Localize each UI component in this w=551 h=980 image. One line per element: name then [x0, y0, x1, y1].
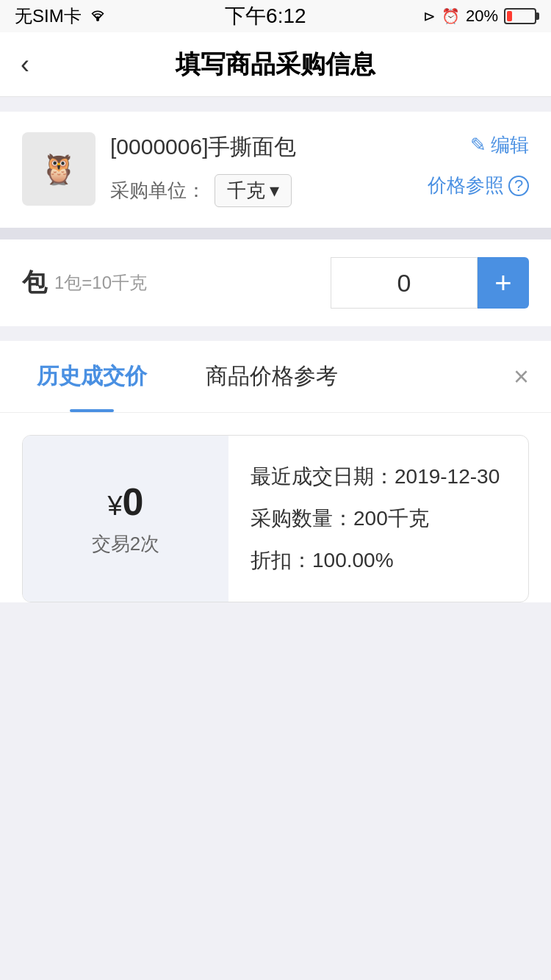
- quantity-unit: 包: [22, 266, 47, 300]
- edit-label: 编辑: [491, 132, 529, 158]
- history-price-panel: ¥0 交易2次: [23, 436, 228, 602]
- svg-point-0: [96, 18, 99, 21]
- unit-conversion: 1包=10千克: [54, 271, 147, 295]
- alarm-icon: ⏰: [442, 7, 460, 25]
- product-header: 🦉 [0000006]手撕面包 采购单位： 千克 ▾ ✎ 编辑 价格参照: [22, 132, 529, 207]
- tab-history-price[interactable]: 历史成交价: [22, 341, 162, 412]
- quantity-input[interactable]: [331, 257, 478, 309]
- history-details-panel: 最近成交日期：2019-12-30 采购数量：200千克 折扣：100.00%: [228, 436, 528, 602]
- purchase-unit-label: 采购单位：: [110, 178, 206, 203]
- back-button[interactable]: ‹: [21, 49, 29, 80]
- history-quantity-label: 采购数量：: [251, 507, 353, 530]
- location-icon: ⊳: [423, 7, 436, 25]
- price-ref-button[interactable]: 价格参照 ?: [428, 173, 529, 198]
- product-info: 🦉 [0000006]手撕面包 采购单位： 千克 ▾: [22, 132, 296, 207]
- tab-section: 历史成交价 商品价格参考 × ¥0 交易2次 最近成交日期：2019-12-30…: [0, 341, 551, 602]
- status-bar-right: ⊳ ⏰ 20%: [423, 7, 536, 26]
- product-unit-row: 采购单位： 千克 ▾: [110, 174, 296, 207]
- product-name: [0000006]手撕面包: [110, 132, 296, 162]
- history-date-value: 2019-12-30: [395, 465, 500, 488]
- history-quantity-row: 采购数量：200千克: [251, 504, 506, 533]
- nav-bar: ‹ 填写商品采购信息: [0, 32, 551, 97]
- history-quantity-value: 200千克: [353, 507, 429, 530]
- page-title: 填写商品采购信息: [176, 48, 375, 82]
- unit-value: 千克: [227, 178, 265, 203]
- chevron-down-icon: ▾: [270, 179, 279, 202]
- currency-symbol: ¥: [108, 491, 123, 521]
- quantity-plus-button[interactable]: +: [478, 257, 529, 309]
- price-ref-label: 价格参照: [428, 173, 504, 198]
- status-bar-left: 无SIM卡: [15, 4, 108, 28]
- product-thumbnail: 🦉: [22, 132, 96, 206]
- product-image-icon: 🦉: [40, 152, 77, 187]
- main-content: [0, 624, 551, 980]
- battery-percent: 20%: [466, 7, 498, 26]
- tab-close-button[interactable]: ×: [514, 361, 529, 392]
- wifi-icon: [87, 6, 108, 26]
- carrier-text: 无SIM卡: [15, 4, 82, 28]
- product-details: [0000006]手撕面包 采购单位： 千克 ▾: [110, 132, 296, 207]
- tab-price-reference[interactable]: 商品价格参考: [191, 341, 353, 412]
- history-trades-count: 交易2次: [92, 531, 159, 557]
- history-price-value: ¥0: [108, 480, 144, 524]
- status-bar-time: 下午6:12: [225, 2, 306, 30]
- battery-fill: [507, 11, 512, 21]
- product-card: 🦉 [0000006]手撕面包 采购单位： 千克 ▾ ✎ 编辑 价格参照: [0, 112, 551, 228]
- unit-selector[interactable]: 千克 ▾: [215, 174, 292, 207]
- history-date-label: 最近成交日期：: [251, 465, 395, 488]
- history-discount-value: 100.00%: [312, 549, 394, 572]
- battery-indicator: [504, 8, 536, 24]
- quantity-row: 包 1包=10千克 +: [0, 239, 551, 326]
- help-icon: ?: [508, 176, 529, 196]
- status-bar: 无SIM卡 下午6:12 ⊳ ⏰ 20%: [0, 0, 551, 32]
- history-discount-row: 折扣：100.00%: [251, 546, 506, 574]
- edit-button[interactable]: ✎ 编辑: [470, 132, 529, 158]
- history-discount-label: 折扣：: [251, 549, 312, 572]
- quantity-control: +: [331, 257, 529, 309]
- history-card: ¥0 交易2次 最近成交日期：2019-12-30 采购数量：200千克 折扣：…: [22, 435, 529, 602]
- edit-icon: ✎: [470, 134, 486, 156]
- history-date-row: 最近成交日期：2019-12-30: [251, 462, 506, 491]
- quantity-label: 包 1包=10千克: [22, 266, 147, 300]
- tab-header: 历史成交价 商品价格参考 ×: [0, 341, 551, 413]
- separator: [0, 228, 551, 239]
